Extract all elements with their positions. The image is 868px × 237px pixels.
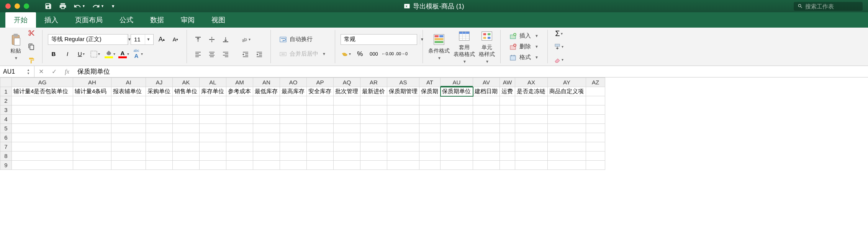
column-header-AZ[interactable]: AZ	[586, 78, 605, 87]
cell-AL7[interactable]	[200, 142, 226, 151]
cell-AH8[interactable]	[73, 151, 111, 161]
column-header-AM[interactable]: AM	[226, 78, 253, 87]
font-name-input[interactable]	[48, 35, 127, 44]
cell-AX1[interactable]: 是否走冻链	[515, 87, 548, 96]
percent-button[interactable]: %	[354, 49, 366, 59]
insert-cells-button[interactable]: 插入▼	[506, 31, 542, 41]
row-header-2[interactable]: 2	[0, 96, 12, 105]
cell-AV2[interactable]	[473, 96, 500, 105]
cell-AW7[interactable]	[500, 142, 515, 151]
font-size-input[interactable]	[131, 35, 145, 44]
increase-decimal-button[interactable]: ←0.00	[382, 49, 393, 59]
cell-AJ8[interactable]	[146, 151, 173, 161]
cell-AJ4[interactable]	[146, 115, 173, 124]
cell-AI2[interactable]	[111, 96, 146, 105]
underline-button[interactable]: U▾	[75, 49, 87, 59]
cell-AM5[interactable]	[226, 124, 253, 133]
cell-AW1[interactable]: 运费	[500, 87, 515, 96]
name-box-down[interactable]: ▼	[27, 72, 30, 75]
cell-AN5[interactable]	[253, 124, 280, 133]
cell-AS5[interactable]	[387, 124, 419, 133]
column-header-AX[interactable]: AX	[515, 78, 548, 87]
decrease-decimal-button[interactable]: .00→0	[396, 49, 407, 59]
cell-AM2[interactable]	[226, 96, 253, 105]
format-as-table-button[interactable]: 套用 表格格式▼	[454, 30, 475, 64]
cell-AV9[interactable]	[473, 161, 500, 170]
cell-AX6[interactable]	[515, 133, 548, 142]
cell-styles-button[interactable]: 单元 格样式▼	[479, 30, 495, 64]
cell-AU9[interactable]	[441, 161, 473, 170]
fill-button[interactable]: ▾	[553, 41, 565, 52]
autosum-button[interactable]: Σ▾	[553, 28, 565, 39]
cell-AU1[interactable]: 保质期单位	[441, 87, 473, 96]
cell-AP2[interactable]	[307, 96, 334, 105]
align-center-button[interactable]	[206, 49, 218, 59]
copy-button[interactable]	[26, 41, 37, 52]
column-header-AH[interactable]: AH	[73, 78, 111, 87]
row-header-8[interactable]: 8	[0, 151, 12, 161]
cell-AP4[interactable]	[307, 115, 334, 124]
cell-AY5[interactable]	[548, 124, 586, 133]
cell-AZ5[interactable]	[586, 124, 605, 133]
row-header-3[interactable]: 3	[0, 105, 12, 115]
cell-AG4[interactable]	[12, 115, 73, 124]
undo-button[interactable]: ▼	[74, 2, 85, 10]
cell-AH1[interactable]: 辅计量4条码	[73, 87, 111, 96]
cell-AL8[interactable]	[200, 151, 226, 161]
cell-AO4[interactable]	[280, 115, 307, 124]
cell-AS7[interactable]	[387, 142, 419, 151]
tab-公式[interactable]: 公式	[111, 12, 142, 28]
cell-AN4[interactable]	[253, 115, 280, 124]
cell-AV1[interactable]: 建档日期	[473, 87, 500, 96]
search-input[interactable]	[805, 3, 859, 10]
cell-AO2[interactable]	[280, 96, 307, 105]
cell-AR8[interactable]	[360, 151, 387, 161]
save-icon[interactable]	[44, 2, 52, 10]
font-name-dropdown[interactable]: ▼	[48, 34, 128, 45]
decrease-indent-button[interactable]	[240, 49, 251, 59]
cell-AT8[interactable]	[419, 151, 441, 161]
cell-AS1[interactable]: 保质期管理	[387, 87, 419, 96]
cell-AO5[interactable]	[280, 124, 307, 133]
cell-AI1[interactable]: 报表辅单位	[111, 87, 146, 96]
cell-AQ5[interactable]	[334, 124, 360, 133]
cell-AL5[interactable]	[200, 124, 226, 133]
cell-AG2[interactable]	[12, 96, 73, 105]
cell-AH4[interactable]	[73, 115, 111, 124]
cell-AZ4[interactable]	[586, 115, 605, 124]
cell-AO9[interactable]	[280, 161, 307, 170]
fx-button[interactable]: fx	[61, 68, 74, 75]
wrap-text-button[interactable]: 自动换行	[276, 34, 329, 45]
cell-reference-input[interactable]	[0, 68, 27, 75]
cell-AR4[interactable]	[360, 115, 387, 124]
conditional-format-button[interactable]: 条件格式▼	[428, 33, 450, 60]
cell-AU4[interactable]	[441, 115, 473, 124]
cell-AG6[interactable]	[12, 133, 73, 142]
spreadsheet-grid[interactable]: AGAHAIAJAKALAMANAOAPAQARASATAUAVAWAXAYAZ…	[0, 77, 868, 170]
cell-AM9[interactable]	[226, 161, 253, 170]
cell-AV8[interactable]	[473, 151, 500, 161]
clear-button[interactable]: ▾	[553, 54, 565, 65]
cell-AR5[interactable]	[360, 124, 387, 133]
cell-AI8[interactable]	[111, 151, 146, 161]
column-header-AV[interactable]: AV	[473, 78, 500, 87]
cell-AI3[interactable]	[111, 105, 146, 115]
cell-AX8[interactable]	[515, 151, 548, 161]
cell-AP7[interactable]	[307, 142, 334, 151]
cell-AH3[interactable]	[73, 105, 111, 115]
row-header-7[interactable]: 7	[0, 142, 12, 151]
column-header-AR[interactable]: AR	[360, 78, 387, 87]
cell-AU7[interactable]	[441, 142, 473, 151]
accept-formula-button[interactable]: ✓	[47, 68, 61, 75]
cell-AG7[interactable]	[12, 142, 73, 151]
cell-AV5[interactable]	[473, 124, 500, 133]
cell-AK4[interactable]	[173, 115, 200, 124]
cell-AY2[interactable]	[548, 96, 586, 105]
cell-AI6[interactable]	[111, 133, 146, 142]
cell-AZ6[interactable]	[586, 133, 605, 142]
align-top-button[interactable]	[192, 34, 204, 45]
column-header-AJ[interactable]: AJ	[146, 78, 173, 87]
cell-AK7[interactable]	[173, 142, 200, 151]
decrease-font-button[interactable]: A▾	[170, 34, 181, 45]
chevron-down-icon[interactable]: ▼	[145, 35, 152, 44]
